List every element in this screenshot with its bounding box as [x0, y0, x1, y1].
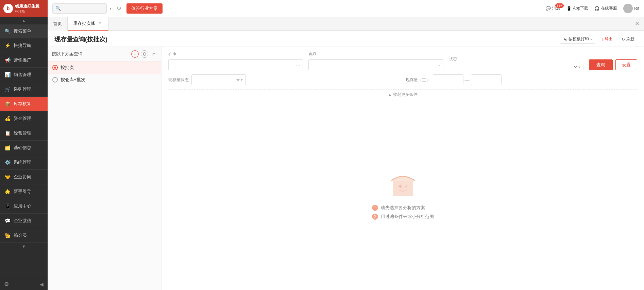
content-body: 按以下方案查询 + ⚙ « [48, 47, 644, 290]
stock-status-wrapper[interactable]: 有库存 无库存 ▾ [191, 74, 246, 85]
topbar-app-download[interactable]: 📱 App下载 [566, 5, 588, 11]
topbar-left: 🔍 ▾ ⚙ 体验行业方案 [52, 3, 542, 14]
main-area: 🔍 ▾ ⚙ 体验行业方案 💬 消息 99+ 📱 App下载 🎧 在线客服 [48, 0, 644, 290]
product-input-wrapper[interactable]: ··· [308, 59, 443, 70]
topbar-search-input[interactable] [62, 6, 100, 11]
status-filter-field: 状态 正常 禁用 ▾ [449, 56, 583, 70]
page-content: 现存量查询(按批次) 🖨 按模板打印 ▾ ↑ 导出 ↻ 刷新 [48, 31, 644, 290]
left-panel-actions: + ⚙ « [131, 50, 157, 58]
svg-point-3 [399, 185, 401, 187]
sidebar-item-system[interactable]: ⚙️ 系统管理 [0, 155, 48, 170]
scheme-by-batch[interactable]: 按批次 [48, 61, 161, 74]
add-scheme-button[interactable]: + [131, 50, 139, 58]
customer-service-icon: 🎧 [594, 6, 599, 11]
warehouse-more-icon[interactable]: ··· [296, 62, 300, 68]
stock-quantity-max[interactable] [471, 74, 502, 85]
sidebar-label-sales: 销售管理 [14, 72, 31, 78]
panel-collapse-button[interactable]: « [150, 51, 157, 57]
warehouse-filter-field: 仓库 ··· [168, 52, 303, 70]
sidebar-scroll-down[interactable]: ▼ [0, 243, 48, 250]
finance-icon: 💰 [4, 115, 11, 122]
sidebar-item-sales[interactable]: 📊 销售管理 [0, 68, 48, 82]
topbar-search-icon: 🔍 [55, 6, 61, 11]
topbar-search-bar[interactable]: 🔍 [52, 3, 107, 14]
topbar-message[interactable]: 💬 消息 99+ [546, 5, 560, 11]
sidebar-item-newguide[interactable]: 🌟 新手引导 [0, 184, 48, 199]
trial-industry-button[interactable]: 体验行业方案 [126, 3, 163, 14]
refresh-button[interactable]: ↻ 刷新 [619, 35, 637, 43]
product-more-icon[interactable]: ··· [436, 62, 440, 68]
tab-inventory-batch-label: 库存批次账 [73, 20, 95, 26]
status-select[interactable]: 正常 禁用 [452, 64, 578, 70]
sidebar-label-appcenter: 应用中心 [14, 203, 31, 209]
sidebar-settings-btn[interactable]: ⚙ [4, 281, 9, 287]
scheme-settings-button[interactable]: ⚙ [141, 50, 148, 58]
sidebar-item-quicknav[interactable]: ⚡ 快捷导航 [0, 38, 48, 53]
sidebar-collapse-btn[interactable]: ◀ [40, 282, 44, 287]
sidebar-scroll-up[interactable]: ▲ [0, 17, 48, 24]
left-panel: 按以下方案查询 + ⚙ « [48, 47, 162, 290]
filter-actions: 查询 设置 [589, 59, 637, 70]
sidebar-item-purchase[interactable]: 🛒 采购管理 [0, 82, 48, 97]
collapse-more-btn[interactable]: ▲ 收起更多条件 [168, 89, 637, 99]
scheme-by-warehouse-batch[interactable]: 按仓库+批次 [48, 74, 161, 86]
topbar-gear-icon[interactable]: ⚙ [114, 4, 124, 13]
sidebar-label-newguide: 新手引导 [14, 188, 31, 195]
marketing-icon: 📢 [4, 57, 11, 64]
product-input[interactable] [311, 62, 436, 68]
refresh-icon: ↻ [622, 37, 625, 42]
export-label: 导出 [605, 36, 613, 42]
sidebar-item-wechat[interactable]: 💬 企业微信 [0, 214, 48, 228]
sidebar-item-finance[interactable]: 💰 资金管理 [0, 111, 48, 126]
message-icon: 💬 [546, 6, 551, 11]
right-panel: 仓库 ··· 商品 ··· [162, 47, 644, 290]
warehouse-input[interactable] [171, 62, 296, 68]
newguide-icon: 🌟 [4, 188, 11, 195]
print-dropdown-icon[interactable]: ▾ [590, 37, 592, 41]
scheme-dot-active [52, 65, 58, 70]
user-avatar [623, 4, 633, 13]
sidebar-search-label: 搜索菜单 [14, 28, 31, 34]
sidebar-item-marketing[interactable]: 📢 营销推广 [0, 53, 48, 68]
stock-status-select[interactable]: 有库存 无库存 [194, 77, 241, 83]
print-template-button[interactable]: 🖨 按模板打印 ▾ [560, 35, 595, 44]
stock-quantity-min[interactable] [433, 74, 463, 85]
sidebar-item-member[interactable]: 👑 畅会员 [0, 228, 48, 243]
export-button[interactable]: ↑ 导出 [598, 35, 615, 43]
sidebar-label-quicknav: 快捷导航 [14, 42, 31, 49]
export-icon: ↑ [601, 37, 603, 42]
app-version: 标准版 [15, 9, 39, 14]
status-label: 状态 [449, 56, 583, 62]
tip-number-1: 1 [372, 205, 378, 211]
page-header-actions: 🖨 按模板打印 ▾ ↑ 导出 ↻ 刷新 [560, 35, 637, 44]
sidebar-item-appcenter[interactable]: 📱 应用中心 [0, 199, 48, 214]
stock-quantity-field: 现存量（主） — [406, 74, 638, 85]
stock-quantity-range: — [433, 74, 638, 85]
sidebar-item-enterprise[interactable]: 🤝 企业协同 [0, 170, 48, 184]
tab-inventory-batch[interactable]: 库存批次账 × [68, 17, 108, 31]
sidebar-item-inventory[interactable]: 📦 库存核算 [0, 97, 48, 111]
sidebar-item-basics[interactable]: 🗂️ 基础信息 [0, 141, 48, 155]
topbar-customer-service[interactable]: 🎧 在线客服 [594, 5, 617, 11]
sidebar-item-search[interactable]: 🔍 搜索菜单 [0, 24, 48, 38]
status-select-wrapper[interactable]: 正常 禁用 ▾ [449, 64, 583, 70]
tab-close-icon[interactable]: × [97, 21, 103, 26]
tip-number-2: 2 [372, 214, 378, 220]
app-download-icon: 📱 [566, 6, 572, 11]
print-icon: 🖨 [563, 37, 567, 42]
topbar-user-area[interactable]: Rit [623, 4, 639, 13]
sidebar-label-basics: 基础信息 [14, 145, 31, 151]
topbar-chevron-icon[interactable]: ▾ [109, 6, 112, 11]
warehouse-input-wrapper[interactable]: ··· [168, 59, 303, 70]
tab-home[interactable]: 首页 [48, 17, 68, 31]
sidebar-label-finance: 资金管理 [14, 115, 31, 122]
query-button[interactable]: 查询 [589, 59, 613, 70]
empty-box-svg: ✦ [386, 165, 420, 199]
quicknav-icon: ⚡ [4, 42, 11, 49]
tab-right-close-btn[interactable]: ✕ [630, 20, 644, 27]
settings-button[interactable]: 设置 [615, 59, 637, 70]
sidebar-item-operations[interactable]: 📋 经营管理 [0, 126, 48, 141]
page-title: 现存量查询(按批次) [54, 35, 107, 43]
empty-tip-1: 1 请先选择要分析的方案 [372, 205, 434, 211]
scheme-dot-empty [52, 77, 58, 83]
